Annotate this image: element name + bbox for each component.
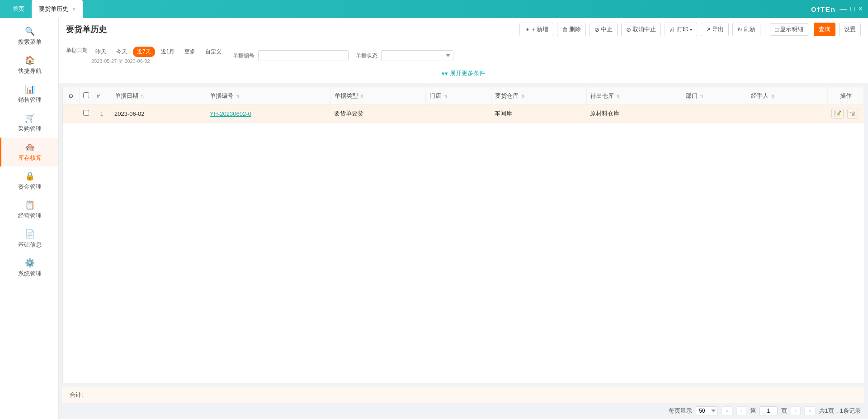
sidebar-item-operation[interactable]: 📋 经营管理 [0,195,58,224]
window-close-btn[interactable]: × [859,5,863,13]
sidebar-item-finance[interactable]: 🔒 资金管理 [0,167,58,195]
td-date: 2023-06-02 [111,105,206,123]
sidebar-item-operation-label: 经营管理 [18,212,42,220]
date-btn-more[interactable]: 更多 [180,47,199,57]
page-header: 要货单历史 ＋ + 新增 🗑 删除 ⊘ 中止 ⊘ 取消中止 🖨 打印 ▾ [59,18,868,41]
cancel-stop-label: 取消中止 [632,25,656,33]
sidebar-item-search[interactable]: 🔍 搜索菜单 [0,22,58,51]
th-order-type[interactable]: 单据类型 ⇅ [330,87,426,105]
refresh-button[interactable]: ↻ 刷新 [732,23,760,36]
pagination: 每页显示 10 20 50 100 « ‹ 第 页 › » 共1页，1条记录 [59,403,868,419]
page-size-select[interactable]: 10 20 50 100 [696,406,718,415]
select-all-checkbox[interactable] [83,92,89,98]
th-dept[interactable]: 部门 ⇅ [682,87,747,105]
td-pending-warehouse: 原材料仓库 [586,105,682,123]
td-order-no[interactable]: YH-20230602-0 [206,105,330,123]
tab-history[interactable]: 要货单历史 × [32,0,83,18]
th-date[interactable]: 单据日期 ⇅ [111,87,206,105]
order-no-input[interactable] [258,50,349,61]
expand-label: 展开更多条件 [450,69,485,77]
new-icon: ＋ [524,25,530,33]
tab-history-close-icon[interactable]: × [73,6,75,12]
th-handler[interactable]: 经手人 ⇅ [747,87,828,105]
print-button[interactable]: 🖨 打印 ▾ [665,23,697,36]
new-button[interactable]: ＋ + 新增 [519,23,553,36]
date-btns-group: 昨天 今天 近7天 近1月 更多 自定义 2023-05-27 至 2023-0… [91,47,226,65]
th-handler-sort-icon: ⇅ [771,94,775,99]
search-menu-icon: 🔍 [25,26,35,36]
filter-date-btns: 昨天 今天 近7天 近1月 更多 自定义 [91,47,226,57]
expand-more-btn[interactable]: ▾▾ 展开更多条件 [438,67,489,79]
sidebar-item-sales[interactable]: 📊 销售管理 [0,80,58,109]
delete-icon: 🗑 [562,26,568,33]
export-label: 导出 [712,25,724,33]
cancel-stop-button[interactable]: ⊘ 取消中止 [621,23,661,36]
th-order-no[interactable]: 单据编号 ⇅ [206,87,330,105]
window-minimize-btn[interactable]: — [840,5,847,13]
status-select-wrapper: 待审核 已审核 中止 [381,50,453,61]
row-edit-icon[interactable]: 📝 [831,109,844,119]
th-warehouse-label: 要货仓库 [495,92,519,99]
date-btn-custom[interactable]: 自定义 [201,47,226,57]
th-order-no-label: 单据编号 [210,92,233,99]
top-bar: 首页 要货单历史 × OfTEn — □ × [0,0,868,18]
brand-name: OfTEn [811,5,836,13]
settings-label: 设置 [844,25,856,33]
th-warehouse[interactable]: 要货仓库 ⇅ [491,87,586,105]
display-detail-label: 显示明细 [780,25,803,33]
basic-icon: 📄 [25,229,35,239]
sidebar-item-quick-nav[interactable]: 🏠 快捷导航 [0,51,58,80]
query-button[interactable]: 查询 [814,23,835,36]
next-page-btn[interactable]: › [791,406,801,415]
export-button[interactable]: ↗ 导出 [701,23,729,36]
date-btn-last-month[interactable]: 近1月 [157,47,179,57]
sidebar-item-inventory[interactable]: 🏘️ 库存核算 [0,138,58,167]
sidebar-item-sales-label: 销售管理 [18,96,42,104]
tab-home[interactable]: 首页 [5,0,32,18]
th-order-no-sort-icon: ⇅ [236,94,240,99]
sidebar-item-system[interactable]: ⚙️ 系统管理 [0,253,58,282]
settings-button[interactable]: 设置 [839,23,861,36]
status-select[interactable]: 待审核 已审核 中止 [381,50,453,61]
th-pending-warehouse[interactable]: 待出仓库 ⇅ [586,87,682,105]
td-warehouse: 车间库 [491,105,586,123]
th-store[interactable]: 门店 ⇅ [426,87,491,105]
quick-nav-icon: 🏠 [25,55,35,65]
date-btn-today[interactable]: 今天 [112,47,131,57]
sidebar-item-quick-nav-label: 快捷导航 [18,67,42,75]
print-label: 打印 [677,25,689,33]
sidebar-item-purchase-label: 采购管理 [18,125,42,133]
display-detail-button[interactable]: □ 显示明细 [770,23,808,36]
sidebar-item-basic[interactable]: 📄 基础信息 [0,224,58,253]
td-store [426,105,491,123]
row-delete-icon[interactable]: 🗑 [847,109,858,119]
inventory-icon: 🏘️ [25,142,35,152]
page-number-input[interactable] [760,406,778,415]
sidebar-item-search-label: 搜索菜单 [18,38,42,46]
first-page-btn[interactable]: « [722,406,733,415]
toolbar-divider [765,25,765,34]
order-no-label: 单据编号 [233,52,255,60]
stop-button[interactable]: ⊘ 中止 [590,23,618,36]
delete-button[interactable]: 🗑 删除 [557,23,586,36]
th-settings[interactable]: ⚙ [63,87,79,105]
print-icon: 🖨 [670,26,675,33]
date-btn-last7[interactable]: 近7天 [133,47,155,57]
settings-col-icon: ⚙ [68,93,74,100]
sidebar-item-system-label: 系统管理 [18,270,42,278]
date-btn-yesterday[interactable]: 昨天 [91,47,110,57]
row-checkbox[interactable] [83,110,89,116]
table-header-row: ⚙ # 单据日期 ⇅ 单据编号 ⇅ [63,87,864,105]
operation-icon: 📋 [25,200,35,210]
last-page-btn[interactable]: » [804,406,816,415]
delete-label: 删除 [569,25,581,33]
stop-icon: ⊘ [594,26,599,33]
data-table: ⚙ # 单据日期 ⇅ 单据编号 ⇅ [63,87,864,123]
print-arrow-icon: ▾ [690,27,692,32]
sidebar-item-purchase[interactable]: 🛒 采购管理 [0,109,58,138]
finance-icon: 🔒 [25,171,35,181]
table-wrapper[interactable]: ⚙ # 单据日期 ⇅ 单据编号 ⇅ [62,87,864,383]
prev-page-btn[interactable]: ‹ [736,406,746,415]
window-maximize-btn[interactable]: □ [850,5,855,13]
td-handler [747,105,828,123]
